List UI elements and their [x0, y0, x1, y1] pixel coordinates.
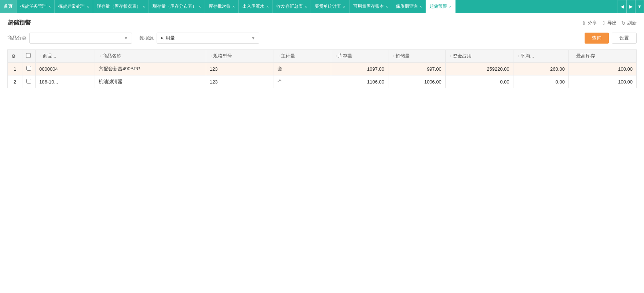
- row-max-stock-1: 100.00: [568, 75, 636, 88]
- data-source-value: 可用量: [161, 35, 175, 41]
- sort-icon-stock: ↕: [336, 55, 337, 58]
- th-avg[interactable]: ↕ 平均...: [513, 50, 568, 63]
- th-over-stock[interactable]: ↕ 超储量: [388, 50, 445, 63]
- refresh-link[interactable]: ↻ 刷新: [621, 20, 637, 26]
- nav-tab-inout-flow-close[interactable]: ×: [266, 4, 268, 9]
- th-product-name-label: 商品名称: [102, 53, 121, 59]
- product-category-arrow-icon: ▼: [124, 36, 128, 40]
- th-max-stock[interactable]: ↕ 最高库存: [568, 50, 636, 63]
- table-row: 1 0000004 六配套新昌490BPG 123 套 1097.00 997.…: [8, 63, 637, 75]
- th-capital-usage[interactable]: ↕ 资金占用: [445, 50, 513, 63]
- export-icon: ⇩: [601, 20, 606, 26]
- row-checkbox-cell-0[interactable]: [22, 63, 36, 75]
- nav-tab-batch-close[interactable]: ×: [233, 4, 235, 9]
- data-source-select[interactable]: 可用量 ▼: [157, 33, 259, 44]
- th-product-code[interactable]: ↕ 商品...: [36, 50, 95, 63]
- nav-tab-pick-exception-close[interactable]: ×: [87, 4, 89, 9]
- nav-tab-overstock[interactable]: 超储预警 ×: [426, 0, 455, 13]
- th-spec-label: 规格型号: [213, 53, 232, 59]
- nav-tab-overstock-close[interactable]: ×: [449, 4, 451, 9]
- nav-tab-stock-dist-close[interactable]: ×: [198, 4, 201, 9]
- sort-icon-spec: ↕: [211, 55, 212, 58]
- gear-icon: ⚙: [11, 53, 16, 59]
- nav-prev-button[interactable]: ◀: [618, 0, 626, 13]
- nav-tab-shelf-life[interactable]: 保质期查询 ×: [392, 0, 426, 13]
- nav-tab-pick-exception[interactable]: 拣货异常处理 ×: [55, 0, 93, 13]
- nav-tab-recv-summary-close[interactable]: ×: [305, 4, 307, 9]
- th-stock-label: 库存量: [338, 53, 352, 59]
- th-product-name[interactable]: ↕ 商品名称: [95, 50, 206, 63]
- sort-icon-over-stock: ↕: [393, 55, 394, 58]
- product-category-select[interactable]: ▼: [29, 33, 132, 44]
- nav-tab-available-stock[interactable]: 可用量库存账本 ×: [350, 0, 392, 13]
- nav-tab-order-stats-close[interactable]: ×: [343, 4, 345, 9]
- row-product-name-1: 机油滤清器: [95, 75, 206, 88]
- sort-icon-avg: ↕: [518, 55, 519, 58]
- settings-button[interactable]: 设置: [612, 33, 637, 44]
- nav-tab-pick-task[interactable]: 拣货任务管理 ×: [17, 0, 55, 13]
- th-spec[interactable]: ↕ 规格型号: [206, 50, 274, 63]
- share-link[interactable]: ⇧ 分享: [582, 20, 597, 26]
- th-unit-label: 主计量: [281, 53, 295, 59]
- row-product-code-0: 0000004: [36, 63, 95, 75]
- data-source-arrow-icon: ▼: [251, 36, 255, 40]
- row-checkbox-0[interactable]: [26, 66, 31, 71]
- query-button[interactable]: 查询: [585, 33, 609, 44]
- nav-tab-pick-task-label: 拣货任务管理: [20, 3, 47, 10]
- nav-menu-button[interactable]: ▼: [635, 0, 644, 13]
- row-checkbox-cell-1[interactable]: [22, 75, 36, 88]
- row-unit-1: 个: [274, 75, 331, 88]
- nav-tab-inout-flow-label: 出入库流水: [242, 3, 264, 10]
- sort-icon-product-name: ↕: [99, 55, 101, 58]
- row-checkbox-1[interactable]: [26, 79, 31, 84]
- row-stock-1: 1106.00: [331, 75, 388, 88]
- table-header-row: ⚙ ↕ 商品... ↕ 商品名称 ↕ 规格型号 ↕: [8, 50, 637, 63]
- data-table: ⚙ ↕ 商品... ↕ 商品名称 ↕ 规格型号 ↕: [7, 49, 637, 88]
- page-content: 超储预警 ⇧ 分享 ⇩ 导出 ↻ 刷新 商品分类 ▼ 数据源: [0, 13, 644, 94]
- nav-tab-inout-flow[interactable]: 出入库流水 ×: [239, 0, 272, 13]
- nav-tab-stock-dist[interactable]: 现存量（库存分布表） ×: [149, 0, 205, 13]
- nav-tab-pick-task-close[interactable]: ×: [48, 4, 51, 9]
- filter-row: 商品分类 ▼ 数据源 可用量 ▼ 查询 设置: [7, 33, 637, 44]
- row-product-code-1: 186-10...: [36, 75, 95, 88]
- nav-tab-recv-summary-label: 收发存汇总表: [277, 3, 303, 10]
- row-spec-1: 123: [206, 75, 274, 88]
- th-stock[interactable]: ↕ 库存量: [331, 50, 388, 63]
- nav-tab-batch[interactable]: 库存批次账 ×: [205, 0, 239, 13]
- product-category-filter: 商品分类 ▼: [7, 33, 132, 44]
- th-unit[interactable]: ↕ 主计量: [274, 50, 331, 63]
- row-unit-0: 套: [274, 63, 331, 75]
- sort-icon-capital-usage: ↕: [450, 55, 451, 58]
- row-stock-0: 1097.00: [331, 63, 388, 75]
- th-avg-label: 平均...: [520, 53, 534, 59]
- th-max-stock-label: 最高库存: [576, 53, 595, 59]
- data-source-filter: 数据源 可用量 ▼: [139, 33, 259, 44]
- nav-tab-order-stats-label: 要货单统计表: [315, 3, 341, 10]
- row-avg-0: 260.00: [513, 63, 568, 75]
- th-select-all[interactable]: [22, 50, 36, 63]
- nav-tab-stock-status-close[interactable]: ×: [143, 4, 145, 9]
- nav-tab-home[interactable]: 首页: [0, 0, 17, 13]
- nav-tab-stock-status-label: 现存量（库存状况表）: [97, 3, 141, 10]
- nav-next-button[interactable]: ▶: [626, 0, 635, 13]
- th-over-stock-label: 超储量: [395, 53, 410, 59]
- page-title-row: 超储预警 ⇧ 分享 ⇩ 导出 ↻ 刷新: [7, 19, 637, 27]
- export-link[interactable]: ⇩ 导出: [601, 20, 617, 26]
- th-gear[interactable]: ⚙: [8, 50, 22, 63]
- share-label: 分享: [588, 20, 597, 26]
- share-icon: ⇧: [582, 20, 586, 26]
- nav-tab-shelf-life-close[interactable]: ×: [420, 4, 422, 9]
- product-category-label: 商品分类: [7, 35, 26, 41]
- sort-icon-max-stock: ↕: [573, 55, 575, 58]
- row-avg-1: 0.00: [513, 75, 568, 88]
- nav-tab-stock-status[interactable]: 现存量（库存状况表） ×: [93, 0, 149, 13]
- nav-tab-available-stock-close[interactable]: ×: [386, 4, 388, 9]
- select-all-checkbox[interactable]: [26, 53, 31, 58]
- th-capital-usage-label: 资金占用: [453, 53, 472, 59]
- nav-tab-order-stats[interactable]: 要货单统计表 ×: [311, 0, 349, 13]
- table-row: 2 186-10... 机油滤清器 123 个 1106.00 1006.00 …: [8, 75, 637, 88]
- th-product-code-label: 商品...: [43, 53, 56, 59]
- nav-tab-recv-summary[interactable]: 收发存汇总表 ×: [273, 0, 311, 13]
- row-over-stock-0: 997.00: [388, 63, 445, 75]
- filter-buttons: 查询 设置: [585, 33, 637, 44]
